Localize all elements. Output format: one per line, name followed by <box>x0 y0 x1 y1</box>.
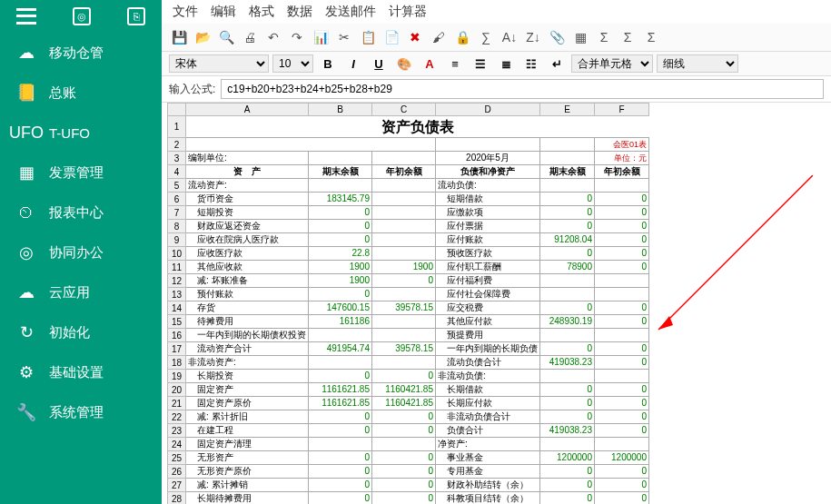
sidebar-item-2[interactable]: UFOT-UFO <box>0 113 162 153</box>
sidebar-item-3[interactable]: ▦发票管理 <box>0 153 162 193</box>
sidebar-item-0[interactable]: ☁移动仓管 <box>0 33 162 73</box>
save-icon[interactable]: 💾 <box>169 27 189 47</box>
table-row[interactable]: 18非流动资产: 流动负债合计419038.230 <box>168 356 649 370</box>
sidebar-item-4[interactable]: ⏲报表中心 <box>0 193 162 232</box>
table-row[interactable]: 5流动资产:流动负债: <box>168 179 649 193</box>
fx-icon[interactable]: ∑ <box>476 27 496 47</box>
border-select[interactable]: 细线 <box>657 54 738 73</box>
calc-icon[interactable]: 📊 <box>311 27 331 47</box>
table-row[interactable]: 22 减: 累计折旧00 非流动负债合计00 <box>168 410 649 424</box>
table-row[interactable]: 25 无形资产00 事业基金12000001200000 <box>168 451 649 465</box>
sidebar-item-label: 发票管理 <box>49 164 104 182</box>
lock-icon[interactable]: 🔒 <box>452 27 472 47</box>
menu-3[interactable]: 数据 <box>287 4 312 20</box>
undo-icon[interactable]: ↶ <box>263 27 283 47</box>
table-row[interactable]: 24 固定资产清理净资产: <box>168 438 649 451</box>
sum2-icon[interactable]: Σ <box>618 27 638 47</box>
formula-bar: 输入公式: <box>162 76 831 103</box>
table-row[interactable]: 19 长期投资00非流动负债: <box>168 370 649 383</box>
sum3-icon[interactable]: Σ <box>641 27 661 47</box>
fill-color-icon[interactable]: 🎨 <box>393 54 415 74</box>
menu-4[interactable]: 发送邮件 <box>325 4 376 20</box>
formula-input[interactable] <box>221 79 824 99</box>
wrap-icon[interactable]: ↵ <box>546 54 568 74</box>
table-row[interactable]: 21 固定资产原价1161621.851160421.85 长期应付款00 <box>168 397 649 410</box>
sheet-title: 资产负债表 <box>186 116 649 138</box>
table-row[interactable]: 23 在建工程00 负债合计419038.230 <box>168 424 649 438</box>
sidebar-item-label: 总账 <box>49 84 76 102</box>
menu-icon-6: ☁ <box>16 282 36 302</box>
align-right-icon[interactable]: ≣ <box>495 54 517 74</box>
italic-button[interactable]: I <box>342 54 364 74</box>
table-row[interactable]: 14 存货147600.1539578.15 应交税费00 <box>168 301 649 315</box>
sidebar-item-label: T-UFO <box>49 125 90 141</box>
bold-button[interactable]: B <box>317 54 339 74</box>
align-justify-icon[interactable]: ☷ <box>520 54 542 74</box>
delete-icon[interactable]: ✖ <box>405 27 425 47</box>
table-row[interactable]: 20 固定资产1161621.851160421.85 长期借款00 <box>168 383 649 397</box>
table-row[interactable]: 8 财政应返还资金0 应付票据00 <box>168 220 649 233</box>
hamburger-icon[interactable] <box>16 8 36 25</box>
menu-5[interactable]: 计算器 <box>389 4 427 20</box>
table-row[interactable]: 27 减: 累计摊销00 财政补助结转（余）00 <box>168 479 649 492</box>
print-icon[interactable]: 🖨 <box>240 27 260 47</box>
size-select[interactable]: 10 <box>272 54 313 73</box>
sidebar-item-label: 协同办公 <box>49 244 104 262</box>
menu-0[interactable]: 文件 <box>173 4 198 20</box>
align-center-icon[interactable]: ☰ <box>470 54 491 74</box>
table-row[interactable]: 7 短期投资0 应缴款项00 <box>168 206 649 220</box>
exit-icon[interactable]: ⎘ <box>127 7 145 25</box>
sidebar-top: ◎ ⎘ <box>0 0 162 33</box>
view-icon[interactable]: ◎ <box>73 7 91 25</box>
format-bar: 宋体 10 B I U 🎨 A ≡ ☰ ≣ ☷ ↵ 合并单元格 细线 <box>162 52 831 76</box>
merge-select[interactable]: 合并单元格 <box>571 54 653 73</box>
cut-icon[interactable]: ✂ <box>334 27 354 47</box>
sidebar-item-7[interactable]: ↻初始化 <box>0 312 162 352</box>
table-row[interactable]: 16 一年内到期的长期债权投资 预提费用 <box>168 329 649 342</box>
font-color-icon[interactable]: A <box>419 54 440 74</box>
menu-icon-1: 📒 <box>16 83 36 103</box>
preview-icon[interactable]: 🔍 <box>216 27 236 47</box>
menu-icon-5: ◎ <box>16 242 36 262</box>
sidebar-item-5[interactable]: ◎协同办公 <box>0 232 162 272</box>
menu-icon-4: ⏲ <box>16 203 36 222</box>
menu-icon-2: UFO <box>16 123 36 143</box>
table-row[interactable]: 13 预付账款0 应付社会保障费 <box>168 288 649 301</box>
underline-button[interactable]: U <box>368 54 390 74</box>
sort-desc-icon[interactable]: Z↓ <box>523 27 543 47</box>
table-row[interactable]: 6 货币资金183145.79 短期借款00 <box>168 193 649 206</box>
sidebar-item-9[interactable]: 🔧系统管理 <box>0 392 162 432</box>
sidebar-item-6[interactable]: ☁云应用 <box>0 272 162 312</box>
table-row[interactable]: 28 长期待摊费用00 科教项目结转（余）00 <box>168 492 649 505</box>
paste-icon[interactable]: 📄 <box>381 27 401 47</box>
sum-icon[interactable]: Σ <box>594 27 614 47</box>
clipboard-icon[interactable]: 📎 <box>547 27 567 47</box>
redo-icon[interactable]: ↷ <box>287 27 307 47</box>
sidebar-item-8[interactable]: ⚙基础设置 <box>0 352 162 392</box>
table-row[interactable]: 11 其他应收款19001900 应付职工薪酬789000 <box>168 261 649 274</box>
open-icon[interactable]: 📂 <box>193 27 213 47</box>
insert-icon[interactable]: ▦ <box>570 27 590 47</box>
sidebar-item-1[interactable]: 📒总账 <box>0 73 162 113</box>
brush-icon[interactable]: 🖌 <box>429 27 449 47</box>
menu-icon-0: ☁ <box>16 43 36 63</box>
sidebar: ◎ ⎘ ☁移动仓管📒总账UFOT-UFO▦发票管理⏲报表中心◎协同办公☁云应用↻… <box>0 0 162 504</box>
table-row[interactable]: 12 减: 坏账准备19000 应付福利费 <box>168 274 649 288</box>
table-row[interactable]: 15 待摊费用161186 其他应付款248930.190 <box>168 315 649 329</box>
menu-icon-7: ↻ <box>16 322 36 342</box>
table-row[interactable]: 9 应收在院病人医疗款0 应付账款91208.040 <box>168 233 649 247</box>
menu-icon-9: 🔧 <box>16 402 36 422</box>
sidebar-item-label: 移动仓管 <box>49 44 104 62</box>
table-row[interactable]: 26 无形资产原价00 专用基金00 <box>168 465 649 479</box>
menu-2[interactable]: 格式 <box>249 4 274 20</box>
font-select[interactable]: 宋体 <box>169 54 269 73</box>
copy-icon[interactable]: 📋 <box>358 27 378 47</box>
sort-asc-icon[interactable]: A↓ <box>500 27 519 47</box>
table-row[interactable]: 10 应收医疗款22.8 预收医疗款00 <box>168 247 649 261</box>
align-left-icon[interactable]: ≡ <box>444 54 466 74</box>
spreadsheet[interactable]: ABCDEF1资产负债表2会医01表3编制单位:2020年5月单位：元4资 产期… <box>162 103 831 504</box>
table-row[interactable]: 17 流动资产合计491954.7439578.15 一年内到期的长期负债00 <box>168 342 649 356</box>
formula-label: 输入公式: <box>169 82 215 97</box>
menu-1[interactable]: 编辑 <box>211 4 236 20</box>
sidebar-item-label: 报表中心 <box>49 204 104 222</box>
